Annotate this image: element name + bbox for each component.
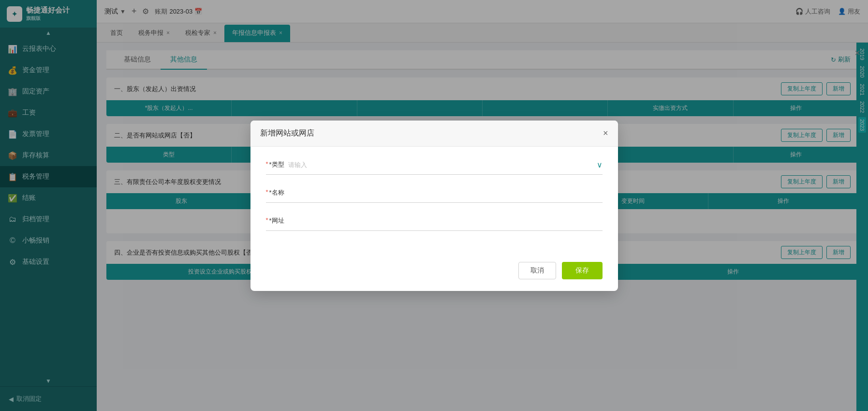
dialog-title: 新增网站或网店 [260,128,314,138]
type-input[interactable] [288,158,593,171]
cancel-button[interactable]: 取消 [518,262,556,279]
name-required-mark: * [266,188,268,197]
dialog-body: * *类型 ∨ * *名称 [250,147,618,254]
type-label-text: *类型 [269,160,284,169]
type-required-mark: * [266,160,268,169]
name-label: * *名称 [266,188,284,197]
url-field-row: * *网址 [266,214,603,231]
dialog-header: 新增网站或网店 × [250,121,618,147]
add-website-dialog: 新增网站或网店 × * *类型 ∨ * [250,121,618,291]
dialog-footer: 取消 保存 [250,254,618,291]
name-field: * *名称 [266,186,603,203]
save-button[interactable]: 保存 [562,262,603,279]
name-field-row: * *名称 [266,186,603,203]
name-input[interactable] [288,186,603,199]
modal-overlay: 新增网站或网店 × * *类型 ∨ * [0,0,868,411]
type-field: * *类型 ∨ [266,158,603,175]
url-required-mark: * [266,216,268,225]
url-label-text: *网址 [269,216,284,225]
url-input[interactable] [288,214,603,228]
dialog-close-button[interactable]: × [603,129,608,137]
type-field-row: * *类型 ∨ [266,158,603,175]
type-label: * *类型 [266,160,284,169]
type-dropdown-icon[interactable]: ∨ [597,160,603,169]
name-label-text: *名称 [269,188,284,197]
url-field: * *网址 [266,214,603,231]
url-label: * *网址 [266,216,284,225]
